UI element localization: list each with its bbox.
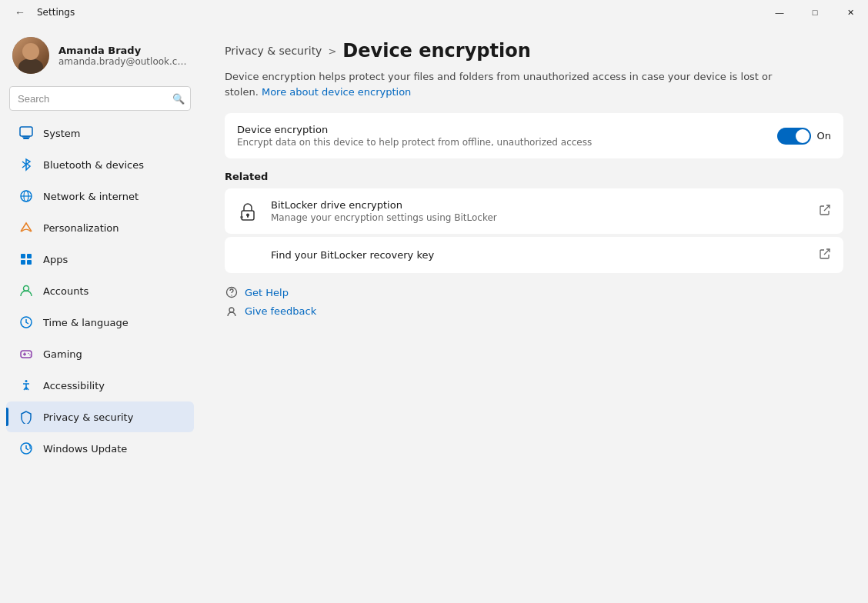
sidebar-item-privacy-security-label: Privacy & security: [43, 411, 133, 423]
svg-line-25: [824, 205, 830, 211]
search-input[interactable]: [9, 86, 191, 111]
recovery-key-card: Find your BitLocker recovery key: [225, 237, 843, 273]
sidebar-item-accounts-label: Accounts: [43, 285, 88, 297]
back-button[interactable]: ←: [9, 2, 31, 23]
avatar-body: [18, 58, 43, 74]
bitlocker-external-link-icon: [819, 204, 831, 218]
toggle-wrap: On: [777, 128, 831, 145]
windows-update-icon: [18, 441, 34, 456]
device-encryption-card: Device encryption Encrypt data on this d…: [225, 113, 843, 158]
bitlocker-icon: [237, 201, 259, 222]
gaming-icon: [18, 346, 34, 361]
svg-line-26: [824, 249, 830, 255]
breadcrumb-separator: >: [328, 45, 336, 57]
svg-rect-8: [21, 254, 25, 258]
svg-rect-10: [21, 260, 25, 265]
sidebar-item-gaming[interactable]: Gaming: [6, 338, 194, 369]
accounts-icon: [18, 283, 34, 298]
bitlocker-card: BitLocker drive encryption Manage your e…: [225, 188, 843, 234]
network-icon: [18, 188, 34, 204]
svg-point-28: [231, 295, 232, 295]
recovery-key-title: Find your BitLocker recovery key: [271, 249, 806, 261]
recovery-key-text: Find your BitLocker recovery key: [237, 249, 806, 261]
personalization-icon: [18, 220, 34, 235]
sidebar-item-time-language-label: Time & language: [43, 317, 129, 328]
user-info: Amanda Brady amanda.brady@outlook.com: [58, 45, 188, 67]
maximize-button[interactable]: □: [797, 0, 833, 25]
sidebar-item-time-language[interactable]: Time & language: [6, 307, 194, 338]
bitlocker-text: BitLocker drive encryption Manage your e…: [271, 199, 806, 223]
time-language-icon: [18, 315, 34, 330]
content-area: Privacy & security > Device encryption D…: [200, 25, 868, 603]
privacy-security-icon: [18, 409, 34, 425]
search-box: 🔍: [9, 86, 191, 111]
sidebar-item-personalization-label: Personalization: [43, 222, 119, 234]
device-encryption-title: Device encryption: [237, 124, 765, 135]
sidebar-item-gaming-label: Gaming: [43, 348, 82, 360]
give-feedback-icon: [225, 304, 239, 318]
sidebar-item-privacy-security[interactable]: Privacy & security: [6, 401, 194, 432]
related-section-label: Related: [225, 171, 843, 182]
user-name: Amanda Brady: [58, 45, 188, 56]
sidebar-item-accessibility[interactable]: Accessibility: [6, 370, 194, 401]
sidebar-item-apps-label: Apps: [43, 254, 68, 265]
accessibility-icon: [18, 378, 34, 393]
apps-icon: [18, 252, 34, 267]
page-description: Device encryption helps protect your fil…: [225, 69, 802, 99]
sidebar-item-network[interactable]: Network & internet: [6, 181, 194, 212]
recovery-key-row[interactable]: Find your BitLocker recovery key: [225, 237, 843, 273]
sidebar-nav: System Bluetooth & devices: [0, 117, 200, 465]
recovery-key-external-link-icon: [819, 248, 831, 262]
sidebar-item-windows-update[interactable]: Windows Update: [6, 433, 194, 464]
sidebar-item-system[interactable]: System: [6, 118, 194, 148]
help-links: Get Help Give feedback: [225, 285, 843, 318]
sidebar-item-bluetooth[interactable]: Bluetooth & devices: [6, 149, 194, 180]
bitlocker-title: BitLocker drive encryption: [271, 199, 806, 211]
system-icon: [18, 125, 34, 141]
avatar-head: [22, 43, 39, 60]
svg-point-19: [25, 380, 28, 382]
device-encryption-action: On: [777, 128, 831, 145]
sidebar-item-apps[interactable]: Apps: [6, 244, 194, 275]
bitlocker-row[interactable]: BitLocker drive encryption Manage your e…: [225, 188, 843, 234]
avatar: [12, 37, 49, 74]
window-title: Settings: [37, 7, 75, 18]
device-encryption-subtitle: Encrypt data on this device to help prot…: [237, 137, 765, 148]
svg-rect-0: [20, 127, 32, 136]
sidebar: Amanda Brady amanda.brady@outlook.com 🔍 …: [0, 25, 200, 603]
search-icon: 🔍: [172, 93, 185, 105]
get-help-link[interactable]: Get Help: [225, 285, 843, 299]
breadcrumb-parent: Privacy & security: [225, 45, 322, 57]
user-section: Amanda Brady amanda.brady@outlook.com: [0, 25, 200, 83]
svg-rect-23: [247, 215, 249, 218]
sidebar-item-bluetooth-label: Bluetooth & devices: [43, 159, 144, 171]
svg-rect-1: [23, 138, 29, 139]
bitlocker-subtitle: Manage your encryption settings using Bi…: [271, 212, 806, 223]
give-feedback-label: Give feedback: [245, 305, 316, 317]
svg-point-18: [29, 355, 31, 356]
avatar-image: [12, 37, 49, 74]
sidebar-item-system-label: System: [43, 128, 80, 139]
svg-rect-11: [27, 260, 32, 265]
app-body: Amanda Brady amanda.brady@outlook.com 🔍 …: [0, 25, 868, 603]
more-about-link[interactable]: More about device encryption: [262, 86, 411, 98]
sidebar-item-accounts[interactable]: Accounts: [6, 275, 194, 306]
sidebar-item-network-label: Network & internet: [43, 191, 139, 202]
svg-rect-9: [27, 254, 32, 258]
svg-point-29: [229, 308, 234, 312]
device-encryption-row: Device encryption Encrypt data on this d…: [225, 113, 843, 158]
minimize-button[interactable]: —: [762, 0, 797, 25]
breadcrumb-current: Device encryption: [342, 40, 530, 62]
breadcrumb: Privacy & security > Device encryption: [225, 40, 843, 62]
svg-rect-24: [240, 216, 243, 218]
close-button[interactable]: ✕: [833, 0, 868, 25]
device-encryption-toggle[interactable]: [777, 128, 811, 145]
give-feedback-link[interactable]: Give feedback: [225, 304, 843, 318]
sidebar-item-windows-update-label: Windows Update: [43, 443, 127, 455]
sidebar-item-accessibility-label: Accessibility: [43, 380, 105, 391]
titlebar: ← Settings — □ ✕: [0, 0, 868, 25]
get-help-icon: [225, 285, 239, 299]
toggle-label: On: [817, 130, 831, 142]
user-email: amanda.brady@outlook.com: [58, 56, 188, 67]
sidebar-item-personalization[interactable]: Personalization: [6, 212, 194, 243]
